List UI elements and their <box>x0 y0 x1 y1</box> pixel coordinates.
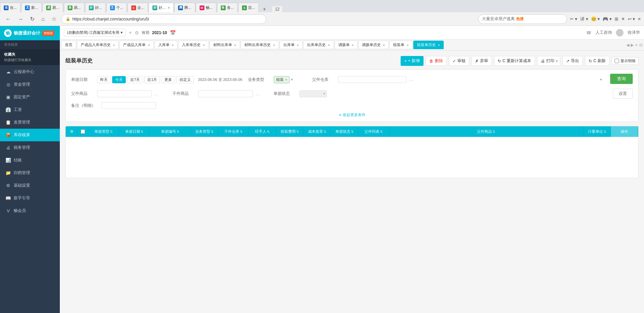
date-btn-today[interactable]: 今天 <box>112 76 126 83</box>
th-unit[interactable]: 计量单位 ⇅ <box>583 126 611 137</box>
scissors-icon[interactable]: ✂ ▾ <box>570 16 577 22</box>
th-cost-difference[interactable]: 成本差异 ⇅ <box>304 126 331 137</box>
tab-close-transfer[interactable]: × <box>352 43 354 47</box>
th-settings[interactable]: ⚙ <box>66 126 78 137</box>
tab-close-material-out[interactable]: × <box>234 43 236 47</box>
emoji-icon[interactable]: 😊 ▾ <box>591 16 600 22</box>
tab-home[interactable]: 首页 <box>61 41 76 49</box>
th-order-no[interactable]: 单据编号 ⇅ <box>150 126 191 137</box>
export-button[interactable]: ↗ 导出 <box>562 56 583 66</box>
browser-tab-3[interactable]: 易 易... <box>42 3 63 12</box>
browser-tab-6[interactable]: 文 个... <box>106 3 127 12</box>
show-detail-input[interactable] <box>615 59 619 63</box>
address-bar[interactable]: 🔒 https://cloud.chanjet.com/accounting/u… <box>61 14 266 24</box>
tab-next-icon[interactable]: ▶ <box>631 43 634 47</box>
tab-finished-goods[interactable]: 产成品入库单 × <box>119 41 153 49</box>
tab-close-out[interactable]: × <box>297 43 299 47</box>
show-detail-checkbox[interactable]: 显示明细 <box>612 57 639 65</box>
grid-icon[interactable]: ⊞ <box>615 16 618 22</box>
sidebar-item-tax[interactable]: 🖨 税务管理 <box>0 141 60 154</box>
collapse-button[interactable]: ∧ 收起更多条件 <box>339 112 365 117</box>
browser-tab-2[interactable]: 文 新... <box>21 3 42 12</box>
tab-close-transfer-history[interactable]: × <box>383 43 385 47</box>
browser-tab-8[interactable]: 好 好... × <box>149 3 174 12</box>
sidebar-item-settings[interactable]: ⚙ 基础设置 <box>0 179 60 192</box>
browser-tab-4[interactable]: 易 易... <box>64 3 84 12</box>
child-goods-input[interactable] <box>198 90 253 97</box>
biz-type-tag-close[interactable]: × <box>285 77 287 82</box>
sidebar-item-cloud-report[interactable]: ☁ 云报表中心 <box>0 66 60 78</box>
print-button[interactable]: 🖨 打印 ▾ <box>537 56 560 66</box>
browser-tab-11[interactable]: 各 各... <box>217 3 238 12</box>
new-tab-button[interactable]: + <box>259 6 269 12</box>
delete-button[interactable]: 🗑 删除 <box>426 56 447 66</box>
date-btn-yesterday[interactable]: 昨天 <box>97 76 111 83</box>
abandon-button[interactable]: ✗ 弃审 <box>471 56 492 66</box>
add-button[interactable]: + + 新增 <box>401 56 424 66</box>
biz-type-dropdown-icon[interactable]: ▾ <box>291 77 293 82</box>
service-label[interactable]: 人工咨询 <box>595 30 612 35</box>
tab-out-history[interactable]: 出库单历史 × <box>303 41 334 49</box>
calendar-icon[interactable]: 📅 <box>170 30 176 35</box>
tab-close-assembly-history[interactable]: × <box>438 43 440 47</box>
th-handler[interactable]: 经手人 ⇅ <box>249 126 276 137</box>
sidebar-favorites[interactable]: 收藏夹 快捷键打开收藏夹 <box>0 49 60 66</box>
tab-close-assembly[interactable]: × <box>406 43 408 47</box>
th-child-warehouse[interactable]: 子件仓库 ⇅ <box>218 126 249 137</box>
tab-material-out[interactable]: 材料出库单 × <box>210 41 240 49</box>
sidebar-item-payroll[interactable]: 👔 工资 <box>0 103 60 116</box>
refresh-button[interactable]: ↻ C 刷新 <box>585 56 609 66</box>
translate-icon[interactable]: 译 ▾ <box>580 16 588 22</box>
sidebar-item-fixed-assets[interactable]: ▣ 固定资产 <box>0 91 60 103</box>
add-company-icon[interactable]: + <box>129 30 132 36</box>
remark-input[interactable] <box>101 102 156 109</box>
star-button[interactable]: ☆ <box>50 15 58 23</box>
sidebar-item-inventory[interactable]: 📦 库存核算 <box>0 129 60 141</box>
tab-close-finished-goods[interactable]: × <box>148 43 150 47</box>
undo-icon[interactable]: ↩ ▾ <box>628 16 635 22</box>
back-button[interactable]: ← <box>3 15 13 23</box>
sidebar-item-fund[interactable]: ◎ 资金管理 <box>0 78 60 91</box>
recalculate-button[interactable]: ↻ C 重新计算成本 <box>494 56 535 66</box>
tab-finished-goods-history[interactable]: 产成品入库单历史 × <box>77 41 119 49</box>
parent-warehouse-dropdown[interactable]: ▾ <box>600 77 602 82</box>
browser-tab-12[interactable]: S 目... <box>238 3 259 12</box>
date-btn-more[interactable]: 更多 <box>161 76 175 83</box>
tab-close-out-history[interactable]: × <box>328 43 330 47</box>
tab-material-out-history[interactable]: 材料出库单历史 × <box>241 41 279 49</box>
parent-goods-more-icon[interactable]: … <box>153 91 160 96</box>
tab-prev-icon[interactable]: ◀ <box>626 43 629 47</box>
search-bar[interactable]: 大量安卓用户逃离 热搜 <box>478 14 567 24</box>
tab-receipt[interactable]: 入库单 × <box>155 41 177 49</box>
sidebar-item-settlement[interactable]: 📊 结账 <box>0 154 60 167</box>
tab-transfer-history[interactable]: 调拨单历史 × <box>358 41 389 49</box>
order-status-select[interactable] <box>299 90 327 97</box>
tab-close-material-out-history[interactable]: × <box>273 43 275 47</box>
th-order-status[interactable]: 单据状态 ⇅ <box>331 126 358 137</box>
tab-close-receipt[interactable]: × <box>172 43 174 47</box>
th-dismantle-cost[interactable]: 拆装费用 ⇅ <box>276 126 304 137</box>
date-btn-1month[interactable]: 近1月 <box>144 76 160 83</box>
sidebar-item-vip[interactable]: V 畅会员 <box>0 204 60 217</box>
date-btn-custom[interactable]: 自定义 <box>176 76 194 83</box>
th-order-date[interactable]: 单据日期 ⇅ <box>119 126 150 137</box>
browser-tab-9[interactable]: 腾 腾... <box>174 3 195 12</box>
company-selector[interactable]: (勿删勿禁用) 江西服宝测试专用 ▾ <box>64 29 126 37</box>
home-button[interactable]: ⌂ <box>39 15 47 23</box>
tab-close-finished-goods-history[interactable]: × <box>113 43 115 47</box>
parent-warehouse-more-icon[interactable]: … <box>408 77 415 82</box>
sidebar-item-guide[interactable]: 📖 新手引导 <box>0 192 60 204</box>
select-all-checkbox[interactable] <box>81 129 85 134</box>
reload-button[interactable]: ↻ <box>28 15 37 23</box>
th-biz-type[interactable]: 业务类型 ⇅ <box>191 126 218 137</box>
tab-close-8[interactable]: × <box>167 5 170 10</box>
parent-goods-input[interactable] <box>97 90 152 97</box>
tab-assembly-history[interactable]: 组装单历史 × <box>413 41 444 49</box>
browser-tab-7[interactable]: C 企... <box>128 3 148 12</box>
th-order-type[interactable]: 单据类型 ⇅ <box>88 126 119 137</box>
settings-gear-icon[interactable]: ⚙ <box>135 30 139 35</box>
menu-icon[interactable]: ≡ <box>638 16 641 22</box>
sun-icon[interactable]: ☀ <box>621 16 625 22</box>
th-parent-list[interactable]: 父件列表 ⇅ <box>358 126 389 137</box>
browser-tab-10[interactable]: M 畅... <box>196 3 216 12</box>
